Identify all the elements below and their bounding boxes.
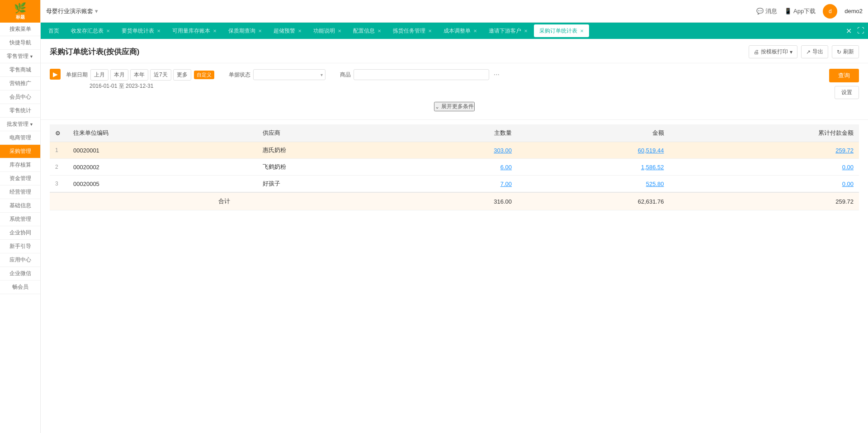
- tab-home[interactable]: 首页: [43, 24, 65, 37]
- amount-link[interactable]: 1,586.52: [641, 164, 664, 171]
- status-filter: 单据状态: [229, 69, 326, 80]
- paid-link[interactable]: 259.72: [835, 147, 854, 154]
- tab-gnsm[interactable]: 功能说明✕: [308, 24, 347, 37]
- export-button[interactable]: ↗ 导出: [801, 45, 828, 58]
- table-row[interactable]: 1 00020001 惠氏奶粉 303.00 60,519.44 259.72: [50, 142, 859, 159]
- tab-shf[interactable]: 收发存汇总表✕: [66, 24, 115, 37]
- sidebar-item-finance[interactable]: 资金管理: [0, 172, 40, 186]
- table-row[interactable]: 2 00020002 飞鹤奶粉 6.00 1,586.52 0.00: [50, 159, 859, 176]
- topbar: 母婴行业演示账套 ▾ 💬 消息 📱 App下载 d demo2: [41, 0, 868, 23]
- date-custom-tag[interactable]: 自定义: [194, 71, 214, 79]
- username-label[interactable]: demo2: [844, 8, 863, 14]
- tab-close-yyxgy[interactable]: ✕: [524, 29, 528, 33]
- tab-close-hrwg[interactable]: ✕: [428, 29, 432, 33]
- qty-link[interactable]: 303.00: [494, 147, 512, 154]
- sidebar-item-wechat[interactable]: 企业微信: [0, 267, 40, 281]
- sidebar-item-retail[interactable]: 零售管理 ▼: [0, 50, 40, 63]
- expand-icon: ▼: [29, 54, 33, 59]
- date-quick-btn-本月[interactable]: 本月: [110, 69, 128, 81]
- tab-close-ccy[interactable]: ✕: [298, 29, 302, 33]
- workspace-selector[interactable]: 母婴行业演示账套 ▾: [46, 7, 98, 15]
- goods-input[interactable]: [354, 69, 489, 80]
- app-download-button[interactable]: 📱 App下载: [784, 7, 816, 15]
- more-options-button[interactable]: ···: [492, 69, 501, 81]
- amount-link[interactable]: 60,519.44: [638, 147, 664, 154]
- tab-cgdd[interactable]: 采购订单统计表✕: [534, 24, 589, 37]
- user-avatar[interactable]: d: [823, 4, 837, 19]
- messages-button[interactable]: 💬 消息: [756, 7, 777, 15]
- sidebar-item-inventory[interactable]: 库存核算: [0, 158, 40, 172]
- refresh-button[interactable]: ↻ 刷新: [832, 45, 859, 58]
- tab-close-cbtz[interactable]: ✕: [473, 29, 477, 33]
- row-paid: 0.00: [670, 176, 859, 193]
- tab-label: 收发存汇总表: [71, 27, 104, 35]
- filter-toggle-button[interactable]: ▶: [50, 69, 61, 80]
- date-filter-label: 单据日期: [66, 71, 88, 79]
- settings-button[interactable]: 设置: [835, 86, 859, 99]
- tab-yhtj[interactable]: 要货单统计表✕: [116, 24, 166, 37]
- tab-close-kyls[interactable]: ✕: [213, 29, 217, 33]
- status-select[interactable]: [253, 69, 326, 80]
- date-quick-btn-更多[interactable]: 更多: [173, 69, 191, 81]
- query-button[interactable]: 查询: [829, 69, 859, 82]
- tab-yyxgy[interactable]: 邀请下游客户✕: [483, 24, 533, 37]
- sidebar-item-vip[interactable]: 畅会员: [0, 281, 40, 294]
- tab-cbtz[interactable]: 成本调整单✕: [438, 24, 482, 37]
- sidebar-item-basic[interactable]: 基础信息: [0, 199, 40, 213]
- sidebar-item-label-retail-stats: 零售统计: [9, 107, 31, 114]
- settings-icon[interactable]: ⚙: [55, 130, 61, 137]
- date-quick-btn-上月[interactable]: 上月: [90, 69, 108, 81]
- sidebar-item-wholesale[interactable]: 批发管理 ▼: [0, 118, 40, 131]
- sidebar-item-operations[interactable]: 经营管理: [0, 186, 40, 199]
- sidebar-item-marketing[interactable]: 营销推广: [0, 77, 40, 90]
- row-supplier: 惠氏奶粉: [257, 142, 398, 159]
- paid-link[interactable]: 0.00: [842, 164, 854, 171]
- tab-close-gnsm[interactable]: ✕: [338, 29, 341, 33]
- tab-close-bqcx[interactable]: ✕: [258, 29, 262, 33]
- tab-pzxx[interactable]: 配置信息✕: [348, 24, 387, 37]
- sidebar-item-label-member: 会员中心: [9, 94, 31, 100]
- main-area: 母婴行业演示账套 ▾ 💬 消息 📱 App下载 d demo2 首页收发存汇总表…: [41, 0, 868, 433]
- sidebar-item-ecommerce[interactable]: 电商管理: [0, 131, 40, 145]
- maximize-button[interactable]: ⛶: [855, 27, 866, 35]
- footer-paid: 259.72: [670, 192, 859, 210]
- sidebar-item-newbie[interactable]: 新手引导: [0, 240, 40, 253]
- sidebar-item-search[interactable]: 搜索菜单: [0, 23, 40, 36]
- row-amount: 525.80: [517, 176, 670, 193]
- tab-close-pzxx[interactable]: ✕: [377, 29, 381, 33]
- expand-button[interactable]: ⌄ 展开更多条件: [434, 102, 475, 111]
- tab-close-yhtj[interactable]: ✕: [157, 29, 160, 33]
- sidebar-item-purchase[interactable]: 采购管理: [0, 145, 40, 158]
- close-tab-button[interactable]: ✕: [844, 27, 854, 35]
- sidebar-item-enterprise[interactable]: 企业协同: [0, 226, 40, 240]
- date-quick-btn-近7天[interactable]: 近7天: [150, 69, 171, 81]
- tab-ccy[interactable]: 超储预警✕: [268, 24, 307, 37]
- paid-link[interactable]: 0.00: [842, 181, 854, 187]
- sidebar-item-quick-nav[interactable]: 快捷导航: [0, 36, 40, 50]
- sidebar-item-retail-mall[interactable]: 零售商城: [0, 63, 40, 77]
- sidebar-item-retail-stats[interactable]: 零售统计: [0, 104, 40, 118]
- tab-bqcx[interactable]: 保质期查询✕: [223, 24, 267, 37]
- tab-close-shf[interactable]: ✕: [106, 29, 110, 33]
- footer-qty: 316.00: [399, 192, 517, 210]
- amount-link[interactable]: 525.80: [646, 181, 664, 187]
- tab-label: 成本调整单: [443, 27, 471, 35]
- qty-link[interactable]: 7.00: [500, 181, 512, 187]
- sidebar-item-label-vip: 畅会员: [12, 284, 28, 290]
- qty-link[interactable]: 6.00: [500, 164, 512, 171]
- tab-label: 采购订单统计表: [539, 27, 577, 35]
- sidebar-item-member[interactable]: 会员中心: [0, 90, 40, 104]
- table-row[interactable]: 3 00020005 好孩子 7.00 525.80 0.00: [50, 176, 859, 193]
- print-button[interactable]: 🖨 按模板打印 ▾: [749, 45, 797, 58]
- tab-close-cgdd[interactable]: ✕: [580, 29, 584, 33]
- sidebar-item-system[interactable]: 系统管理: [0, 213, 40, 226]
- tab-kyls[interactable]: 可用量库存账本✕: [167, 24, 222, 37]
- expand-row: ⌄ 展开更多条件: [50, 99, 859, 114]
- tab-hrwg[interactable]: 拣货任务管理✕: [387, 24, 437, 37]
- date-quick-btn-本年[interactable]: 本年: [130, 69, 148, 81]
- sidebar-item-label-inventory: 库存核算: [9, 162, 31, 168]
- sidebar-item-label-purchase: 采购管理: [9, 148, 31, 154]
- row-code: 00020001: [68, 142, 257, 159]
- sidebar-item-appstore[interactable]: 应用中心: [0, 253, 40, 267]
- filter-fields: 单据日期 上月本月本年近7天更多 自定义 单据状态: [66, 69, 829, 81]
